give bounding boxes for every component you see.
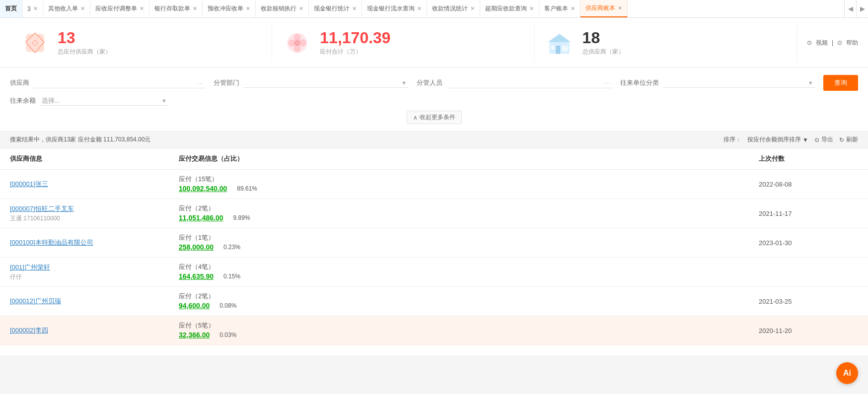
help-link[interactable]: 帮助 xyxy=(846,39,858,47)
prepay-ar-close[interactable]: ✕ xyxy=(246,5,250,12)
stat-icon-flower: ✿ xyxy=(282,28,312,58)
export-button[interactable]: ⊙ 导出 xyxy=(814,135,833,144)
nav-tab-supplier-ledger[interactable]: 供应商账本 ✕ xyxy=(580,0,628,17)
trans-amount-1[interactable]: 11,051,486.00 xyxy=(179,214,223,222)
ar-ap-adjust-close[interactable]: ✕ xyxy=(140,5,144,12)
stat-block-payable-total: ✿ 11,170.39 应付合计（万） xyxy=(272,24,534,62)
video-link[interactable]: 视频 xyxy=(816,39,828,47)
supplier-link-2[interactable]: [000100]本特勤油品有限公司 xyxy=(10,238,179,247)
stat-icon-diamond: ◇ xyxy=(20,28,50,58)
cell-lastpay-0: 2022-08-08 xyxy=(759,175,858,194)
supplier-dots-icon[interactable]: ··· xyxy=(198,79,204,87)
header-supplier-label: 供应商信息 xyxy=(10,155,42,162)
nav-tab-prepay-ar[interactable]: 预收冲应收单 ✕ xyxy=(203,0,256,17)
person-dots-icon[interactable]: ··· xyxy=(604,79,610,87)
bank-deposit-close[interactable]: ✕ xyxy=(193,5,197,12)
nav-tab-cash-stat[interactable]: 现金银行统计 ✕ xyxy=(309,0,362,17)
search-button[interactable]: 查询 xyxy=(823,75,858,91)
table-header: 供应商信息 应付交易信息（占比） 上次付数 xyxy=(0,148,868,170)
header-lastpay-label: 上次付数 xyxy=(759,155,785,162)
supplier-link-1[interactable]: [000007]恒旺二手叉车 xyxy=(10,204,179,213)
category-label: 往来单位分类 xyxy=(620,78,659,87)
person-input-wrapper: ··· xyxy=(446,78,612,88)
sort-value: 按应付余额倒序排序 xyxy=(747,135,801,144)
supplier-input[interactable] xyxy=(35,79,198,86)
nav-tab-home[interactable]: 首页 xyxy=(0,0,22,17)
collapse-label: 收起更多条件 xyxy=(420,113,455,122)
balance-select[interactable]: 选择... xyxy=(42,97,161,104)
trans-amount-row-1: 11,051,486.00 9.89% xyxy=(179,214,759,222)
cell-lastpay-3 xyxy=(759,263,858,281)
refresh-label: 刷新 xyxy=(846,135,858,144)
table-row: [000001]张三 应付（15笔） 100,092,540.00 89.61%… xyxy=(0,170,868,199)
trans-percent-2: 0.23% xyxy=(223,244,240,251)
sort-button[interactable]: 按应付余额倒序排序 ▼ xyxy=(747,135,808,144)
trans-amount-4[interactable]: 94,600.00 xyxy=(179,302,210,310)
result-bar: 搜索结果中，供应商13家 应付金额 111,703,854.00元 排序： 按应… xyxy=(0,131,868,148)
trans-amount-5[interactable]: 32,366.00 xyxy=(179,331,210,339)
supplier-link-0[interactable]: [000001]张三 xyxy=(10,180,179,189)
dept-select[interactable] xyxy=(245,79,402,86)
trans-amount-0[interactable]: 100,092,540.00 xyxy=(179,185,227,193)
nav-tab-3[interactable]: 3 ✕ xyxy=(22,0,43,17)
trans-row-3: 应付（4笔） xyxy=(179,263,759,271)
tab3-close[interactable]: ✕ xyxy=(33,5,38,12)
nav-tab-overdue-ar[interactable]: 超期应收款查询 ✕ xyxy=(480,0,539,17)
trans-amount-row-0: 100,092,540.00 89.61% xyxy=(179,185,759,193)
supplier-link-3[interactable]: [001]广州荣轩 xyxy=(10,263,179,272)
supplier-ledger-close[interactable]: ✕ xyxy=(618,5,622,11)
svg-rect-14 xyxy=(551,46,555,49)
customer-ledger-label: 客户账本 xyxy=(544,4,568,13)
stat-content-payable-total: 11,170.39 应付合计（万） xyxy=(320,30,390,56)
tab3-label: 3 xyxy=(27,5,31,12)
other-income-close[interactable]: ✕ xyxy=(80,5,85,12)
trans-amount-3[interactable]: 164,635.90 xyxy=(179,272,214,280)
header-lastpay: 上次付数 xyxy=(759,154,858,163)
cell-supplier-1: [000007]恒旺二手叉车 王通 17106110000 xyxy=(10,204,179,223)
cell-lastpay-4: 2021-03-25 xyxy=(759,292,858,311)
person-input[interactable] xyxy=(448,79,604,86)
nav-tab-payment-verify[interactable]: 收款核销执行 ✕ xyxy=(256,0,309,17)
nav-tab-customer-ledger[interactable]: 客户账本 ✕ xyxy=(539,0,580,17)
collapse-button[interactable]: ∧ 收起更多条件 xyxy=(407,111,462,124)
nav-tab-bank-deposit[interactable]: 银行存取款单 ✕ xyxy=(149,0,203,17)
customer-ledger-close[interactable]: ✕ xyxy=(571,5,575,12)
trans-label-2: 应付（1笔） xyxy=(179,233,215,242)
stat-content-payable: 13 总应付供应商（家） xyxy=(58,30,111,56)
stat-label-payable-total: 应付合计（万） xyxy=(320,48,390,56)
overdue-ar-label: 超期应收款查询 xyxy=(485,4,527,13)
trans-amount-row-2: 258,000.00 0.23% xyxy=(179,243,759,251)
bank-deposit-label: 银行存取款单 xyxy=(154,4,190,13)
svg-rect-12 xyxy=(556,46,560,54)
table-rows-container: [000001]张三 应付（15笔） 100,092,540.00 89.61%… xyxy=(0,170,868,345)
trans-row-4: 应付（2笔） xyxy=(179,292,759,301)
cell-supplier-3: [001]广州荣轩 仔仔 xyxy=(10,263,179,281)
result-text2: 应付金额 111,703,854.00元 xyxy=(78,136,151,143)
refresh-button[interactable]: ↻ 刷新 xyxy=(839,135,858,144)
nav-prev-arrow[interactable]: ◀ xyxy=(844,0,856,18)
supplier-link-5[interactable]: [000002]李四 xyxy=(10,326,179,335)
nav-tab-cash-flow[interactable]: 现金银行流水查询 ✕ xyxy=(362,0,427,17)
trans-amount-2[interactable]: 258,000.00 xyxy=(179,243,214,251)
table-row: [000007]恒旺二手叉车 王通 17106110000 应付（2笔） 11,… xyxy=(0,199,868,228)
cash-stat-close[interactable]: ✕ xyxy=(352,5,357,12)
stat-number-total-suppliers: 18 xyxy=(582,30,624,46)
supplier-label: 供应商 xyxy=(10,78,29,87)
trans-label-0: 应付（15笔） xyxy=(179,175,218,184)
supplier-link-4[interactable]: [000012]广州贝瑞 xyxy=(10,297,179,306)
stat-block-payable-suppliers: ◇ 13 总应付供应商（家） xyxy=(10,24,272,62)
nav-tab-receipt-stat[interactable]: 收款情况统计 ✕ xyxy=(427,0,480,17)
receipt-stat-close[interactable]: ✕ xyxy=(470,5,475,12)
cash-flow-close[interactable]: ✕ xyxy=(417,5,422,12)
payment-verify-close[interactable]: ✕ xyxy=(299,5,303,12)
cell-transaction-0: 应付（15笔） 100,092,540.00 89.61% xyxy=(179,175,759,194)
overdue-ar-close[interactable]: ✕ xyxy=(529,5,534,12)
nav-next-arrow[interactable]: ▶ xyxy=(856,0,868,18)
nav-tab-other-income[interactable]: 其他收入单 ✕ xyxy=(43,0,90,17)
export-label: 导出 xyxy=(821,135,833,144)
svg-marker-11 xyxy=(548,34,571,42)
stats-bar: ◇ 13 总应付供应商（家） ✿ 11,170.39 应付合计（万） xyxy=(0,18,868,68)
trans-amount-row-5: 32,366.00 0.03% xyxy=(179,331,759,339)
category-select[interactable] xyxy=(665,79,808,86)
nav-tab-ar-ap-adjust[interactable]: 应收应付调整单 ✕ xyxy=(90,0,149,17)
